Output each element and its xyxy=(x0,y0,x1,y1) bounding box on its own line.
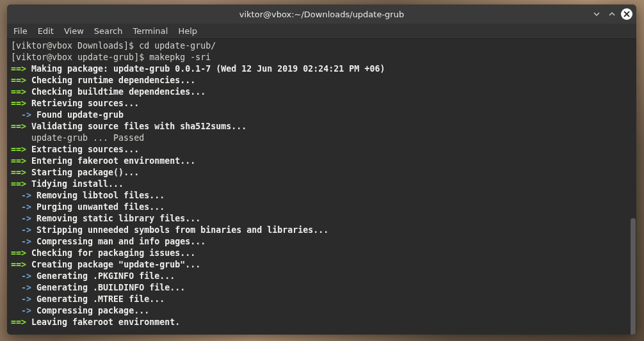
terminal-line: ==> Starting package()... xyxy=(11,167,632,178)
arrow-green-icon: ==> xyxy=(11,260,31,269)
terminal-line: ==> Making package: update-grub 0.0.1-7 … xyxy=(11,63,632,75)
terminal-line: update-grub ... Passed xyxy=(11,132,632,144)
terminal-line: ==> Checking runtime dependencies... xyxy=(11,75,632,86)
step-message: Tidying install... xyxy=(31,179,124,189)
substep-message: Removing libtool files... xyxy=(36,191,165,200)
arrow-blue-icon: -> xyxy=(11,294,36,304)
arrow-blue-icon: -> xyxy=(11,110,36,120)
arrow-blue-icon: -> xyxy=(11,191,36,200)
window-title: viktor@vbox:~/Downloads/update-grub xyxy=(239,10,404,19)
arrow-green-icon: ==> xyxy=(11,75,31,85)
menu-file[interactable]: File xyxy=(10,25,33,37)
command-text: makepkg -sri xyxy=(149,52,211,62)
minimize-button[interactable] xyxy=(590,8,603,20)
step-message: Extracting sources... xyxy=(31,145,139,154)
arrow-blue-icon: -> xyxy=(11,306,36,315)
terminal-line: -> Removing libtool files... xyxy=(11,190,632,202)
step-message: Checking runtime dependencies... xyxy=(31,75,195,85)
terminal-line: ==> Extracting sources... xyxy=(11,144,632,155)
output-text: update-grub ... Passed xyxy=(11,133,144,143)
terminal-line: -> Compressing package... xyxy=(11,305,632,317)
menu-help[interactable]: Help xyxy=(173,25,202,37)
arrow-blue-icon: -> xyxy=(11,271,36,281)
terminal-line: ==> Retrieving sources... xyxy=(11,98,632,109)
arrow-green-icon: ==> xyxy=(11,87,31,97)
arrow-green-icon: ==> xyxy=(11,168,31,177)
arrow-blue-icon: -> xyxy=(11,202,36,212)
substep-message: Removing static library files... xyxy=(36,214,200,223)
substep-message: Compressing man and info pages... xyxy=(36,237,205,246)
terminal-line: ==> Checking buildtime dependencies... xyxy=(11,86,632,98)
chevron-down-icon xyxy=(593,10,600,18)
arrow-blue-icon: -> xyxy=(11,225,36,235)
close-icon xyxy=(624,11,630,17)
arrow-green-icon: ==> xyxy=(11,64,31,74)
terminal-line: [viktor@vbox update-grub]$ makepkg -sri xyxy=(11,52,632,63)
terminal-line: -> Removing static library files... xyxy=(11,213,632,225)
step-message: Leaving fakeroot environment. xyxy=(31,317,180,327)
arrow-green-icon: ==> xyxy=(11,99,31,108)
arrow-green-icon: ==> xyxy=(11,156,31,166)
close-button[interactable] xyxy=(621,8,632,20)
arrow-green-icon: ==> xyxy=(11,122,31,131)
menu-view[interactable]: View xyxy=(59,25,89,37)
command-text: cd update-grub/ xyxy=(139,41,216,51)
arrow-blue-icon: -> xyxy=(11,237,36,246)
terminal-line: ==> Validating source files with sha512s… xyxy=(11,121,632,132)
maximize-button[interactable] xyxy=(606,8,618,20)
terminal-body[interactable]: [viktor@vbox Downloads]$ cd update-grub/… xyxy=(7,39,636,335)
step-message: Creating package "update-grub"... xyxy=(31,260,200,269)
step-message: Checking buildtime dependencies... xyxy=(31,87,205,97)
arrow-green-icon: ==> xyxy=(11,145,31,154)
terminal-line: -> Generating .BUILDINFO file... xyxy=(11,282,632,294)
menubar: File Edit View Search Terminal Help xyxy=(7,24,636,39)
step-message: Checking for packaging issues... xyxy=(31,248,195,258)
arrow-green-icon: ==> xyxy=(11,248,31,258)
step-message: Retrieving sources... xyxy=(31,99,139,108)
substep-message: Generating .MTREE file... xyxy=(36,294,165,304)
arrow-blue-icon: -> xyxy=(11,214,36,223)
terminal-line: -> Generating .PKGINFO file... xyxy=(11,271,632,282)
window-controls xyxy=(590,8,632,20)
arrow-green-icon: ==> xyxy=(11,317,31,327)
step-message: Validating source files with sha512sums.… xyxy=(31,122,246,131)
substep-message: Generating .BUILDINFO file... xyxy=(36,283,185,292)
titlebar: viktor@vbox:~/Downloads/update-grub xyxy=(7,4,636,24)
chevron-up-icon xyxy=(608,10,616,18)
step-message: Making package: update-grub 0.0.1-7 (Wed… xyxy=(31,64,385,74)
step-message: Starting package()... xyxy=(31,168,139,177)
prompt: [viktor@vbox update-grub]$ xyxy=(11,52,149,62)
terminal-line: ==> Checking for packaging issues... xyxy=(11,248,632,259)
arrow-blue-icon: -> xyxy=(11,283,36,292)
menu-edit[interactable]: Edit xyxy=(33,25,59,37)
substep-message: Found update-grub xyxy=(36,110,124,120)
terminal-line: ==> Leaving fakeroot environment. xyxy=(11,317,632,328)
prompt: [viktor@vbox Downloads]$ xyxy=(11,41,139,51)
terminal-line: -> Compressing man and info pages... xyxy=(11,236,632,248)
terminal-line: ==> Tidying install... xyxy=(11,178,632,190)
terminal-line: -> Stripping unneeded symbols from binar… xyxy=(11,225,632,236)
terminal-line: [viktor@vbox Downloads]$ cd update-grub/ xyxy=(11,40,632,52)
substep-message: Stripping unneeded symbols from binaries… xyxy=(36,225,328,235)
terminal-window: viktor@vbox:~/Downloads/update-grub File… xyxy=(7,4,636,335)
menu-terminal[interactable]: Terminal xyxy=(127,25,173,37)
substep-message: Generating .PKGINFO file... xyxy=(36,271,175,281)
terminal-line: -> Purging unwanted files... xyxy=(11,202,632,213)
arrow-green-icon: ==> xyxy=(11,179,31,189)
terminal-line: ==> Entering fakeroot environment... xyxy=(11,155,632,167)
terminal-line: -> Found update-grub xyxy=(11,109,632,121)
terminal-line: -> Generating .MTREE file... xyxy=(11,294,632,305)
scrollbar[interactable] xyxy=(631,218,636,335)
step-message: Entering fakeroot environment... xyxy=(31,156,195,166)
substep-message: Purging unwanted files... xyxy=(36,202,165,212)
terminal-line: ==> Creating package "update-grub"... xyxy=(11,259,632,271)
menu-search[interactable]: Search xyxy=(89,25,128,37)
substep-message: Compressing package... xyxy=(36,306,149,315)
